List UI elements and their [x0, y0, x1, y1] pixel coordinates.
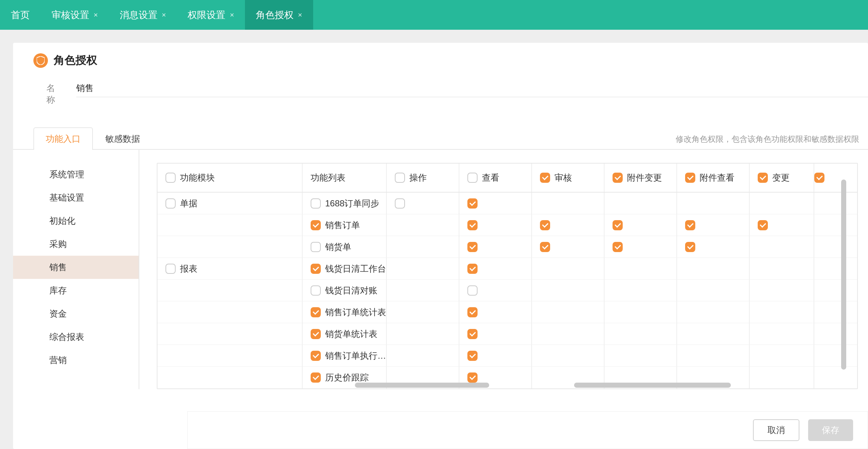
operate-cell	[387, 236, 459, 258]
checkbox[interactable]	[467, 329, 478, 339]
checkbox[interactable]	[467, 173, 478, 183]
name-value[interactable]: 销售	[76, 82, 868, 97]
shield-icon	[33, 53, 48, 68]
column-header: 操作	[387, 164, 459, 192]
audit-cell	[532, 280, 605, 301]
checkbox[interactable]	[685, 220, 695, 230]
checkbox[interactable]	[685, 173, 695, 183]
function-cell: 销售订单统计表	[303, 301, 387, 323]
change-cell	[750, 323, 814, 345]
attachment-view-cell	[677, 214, 750, 236]
overflow-cell	[814, 301, 829, 323]
close-icon[interactable]: ×	[230, 11, 234, 19]
operate-cell	[387, 345, 459, 366]
audit-cell	[532, 301, 605, 323]
checkbox[interactable]	[540, 173, 550, 183]
column-header: 变更	[750, 164, 814, 192]
attachment-change-cell	[605, 258, 677, 279]
checkbox[interactable]	[165, 173, 176, 183]
sidebar-item[interactable]: 采购	[13, 232, 139, 256]
close-icon[interactable]: ×	[94, 11, 98, 19]
checkbox[interactable]	[311, 372, 321, 383]
view-cell	[459, 345, 532, 366]
checkbox[interactable]	[613, 173, 623, 183]
sidebar-item[interactable]: 营销	[13, 349, 139, 372]
close-icon[interactable]: ×	[162, 11, 166, 19]
top-tab-label: 审核设置	[52, 9, 89, 21]
sidebar-item[interactable]: 基础设置	[13, 186, 139, 209]
checkbox[interactable]	[467, 351, 478, 361]
checkbox[interactable]	[467, 372, 478, 383]
column-header: 审核	[532, 164, 605, 192]
change-cell	[750, 345, 814, 366]
audit-cell	[532, 193, 605, 214]
attachment-change-cell	[605, 280, 677, 301]
checkbox[interactable]	[165, 264, 176, 274]
sub-tab[interactable]: 功能入口	[33, 127, 93, 150]
cancel-button[interactable]: 取消	[753, 419, 799, 441]
sidebar-item[interactable]: 资金	[13, 302, 139, 325]
checkbox[interactable]	[311, 264, 321, 274]
horizontal-scrollbar[interactable]	[355, 383, 489, 388]
horizontal-scrollbar[interactable]	[574, 383, 731, 388]
sidebar-item[interactable]: 综合报表	[13, 325, 139, 349]
attachment-view-cell	[677, 236, 750, 258]
checkbox[interactable]	[467, 220, 478, 230]
checkbox[interactable]	[395, 173, 405, 183]
save-button[interactable]: 保存	[808, 419, 853, 441]
top-tab[interactable]: 首页	[0, 0, 41, 30]
top-tab[interactable]: 权限设置×	[177, 0, 245, 30]
checkbox[interactable]	[467, 264, 478, 274]
vertical-scrollbar[interactable]	[841, 180, 846, 370]
checkbox[interactable]	[311, 285, 321, 296]
checkbox[interactable]	[467, 242, 478, 252]
attachment-change-cell	[605, 323, 677, 345]
module-label: 报表	[180, 263, 197, 275]
module-cell	[157, 280, 303, 301]
sidebar-item[interactable]: 初始化	[13, 209, 139, 232]
checkbox[interactable]	[311, 329, 321, 339]
checkbox[interactable]	[540, 220, 550, 230]
checkbox[interactable]	[467, 198, 478, 209]
checkbox[interactable]	[311, 307, 321, 317]
close-icon[interactable]: ×	[298, 11, 302, 19]
checkbox[interactable]	[311, 198, 321, 209]
checkbox[interactable]	[540, 242, 550, 252]
checkbox[interactable]	[311, 220, 321, 230]
attachment-change-cell	[605, 214, 677, 236]
overflow-cell	[814, 193, 829, 214]
checkbox[interactable]	[311, 242, 321, 252]
checkbox[interactable]	[758, 220, 768, 230]
checkbox[interactable]	[311, 351, 321, 361]
checkbox[interactable]	[758, 173, 768, 183]
column-header	[814, 164, 829, 192]
module-cell	[157, 323, 303, 345]
checkbox[interactable]	[613, 242, 623, 252]
checkbox[interactable]	[685, 242, 695, 252]
column-header: 查看	[459, 164, 532, 192]
checkbox[interactable]	[467, 307, 478, 317]
table-row: 历史价跟踪	[157, 367, 857, 388]
function-cell: 销售订单执行情况	[303, 345, 387, 366]
name-label: 名称	[46, 82, 64, 106]
sidebar-item[interactable]: 库存	[13, 279, 139, 302]
checkbox[interactable]	[814, 173, 824, 183]
audit-cell	[532, 258, 605, 279]
attachment-view-cell	[677, 280, 750, 301]
function-label: 销售订单	[325, 219, 360, 231]
sub-tab[interactable]: 敏感数据	[93, 127, 152, 150]
checkbox[interactable]	[395, 198, 405, 209]
sidebar-item[interactable]: 系统管理	[13, 163, 139, 186]
permissions-hint: 修改角色权限，包含该角色功能权限和敏感数据权限	[676, 134, 859, 149]
checkbox[interactable]	[467, 285, 478, 296]
sidebar-item[interactable]: 销售	[13, 256, 139, 279]
top-tab[interactable]: 消息设置×	[109, 0, 177, 30]
top-tab[interactable]: 审核设置×	[41, 0, 109, 30]
checkbox[interactable]	[613, 220, 623, 230]
column-label: 变更	[772, 172, 790, 184]
checkbox[interactable]	[165, 198, 176, 209]
operate-cell	[387, 258, 459, 279]
view-cell	[459, 193, 532, 214]
category-sidebar: 系统管理基础设置初始化采购销售库存资金综合报表营销	[13, 150, 139, 389]
top-tab[interactable]: 角色授权×	[245, 0, 313, 30]
